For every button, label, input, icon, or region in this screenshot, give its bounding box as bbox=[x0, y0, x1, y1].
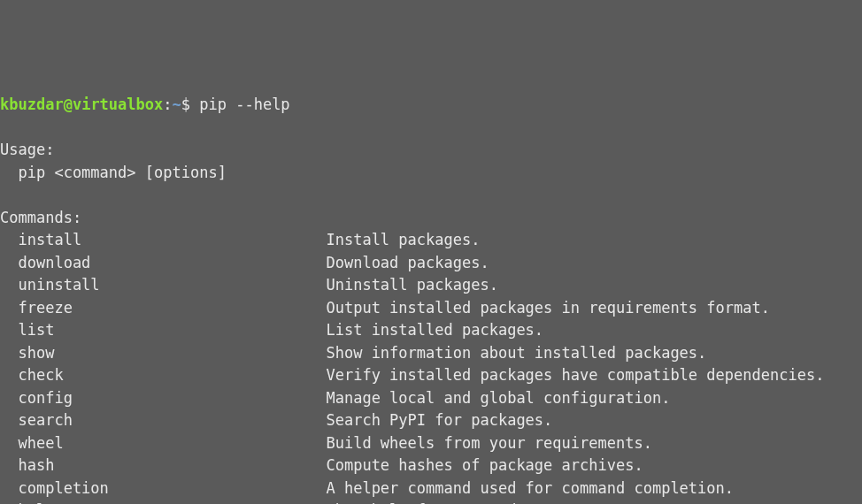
usage-line: pip <command> [options] bbox=[0, 164, 227, 181]
terminal-output: Usage: pip <command> [options] Commands:… bbox=[0, 141, 824, 504]
prompt-dollar: $ bbox=[181, 95, 199, 113]
prompt-path: ~ bbox=[173, 95, 181, 113]
command-input[interactable]: pip --help bbox=[199, 95, 289, 113]
prompt-host: virtualbox bbox=[73, 95, 163, 113]
prompt-colon: : bbox=[163, 95, 172, 113]
usage-header: Usage: bbox=[0, 141, 54, 158]
terminal-prompt: kbuzdar@virtualbox:~$ bbox=[0, 95, 199, 113]
commands-list: install Install packages. download Downl… bbox=[0, 231, 824, 504]
commands-header: Commands: bbox=[0, 209, 81, 226]
prompt-at: @ bbox=[64, 95, 73, 113]
prompt-user: kbuzdar bbox=[0, 95, 64, 113]
